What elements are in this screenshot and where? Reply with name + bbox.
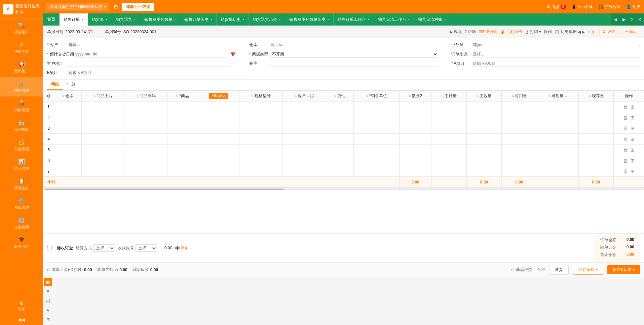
right-panel-grid-btn[interactable]: ▦ (44, 278, 52, 286)
delivery-date-input[interactable] (74, 51, 229, 57)
row-stock[interactable] (578, 123, 614, 134)
row-copy-btn[interactable]: ⊞ (630, 104, 635, 110)
row-stock[interactable] (578, 155, 614, 166)
tab-reconcile-close[interactable]: × (444, 18, 446, 22)
tab-sales-history-close[interactable]: × (242, 18, 244, 22)
row-available[interactable] (502, 166, 537, 177)
row-qty2[interactable] (400, 145, 431, 155)
customer-address-input[interactable] (67, 60, 231, 67)
col-product-code[interactable]: ⇅商品编码 (124, 91, 167, 101)
row-product-image[interactable] (81, 166, 124, 177)
row-stock[interactable] (578, 134, 614, 145)
customer-address-dots[interactable]: ··· (232, 62, 236, 66)
row-available2[interactable] (537, 145, 578, 155)
row-qty2[interactable] (400, 112, 431, 123)
row-copy-btn[interactable]: ⊞ (630, 136, 635, 143)
row-main-qty[interactable] (466, 112, 502, 123)
row-product-code[interactable] (124, 123, 167, 134)
payment-method-select[interactable]: 选择... (93, 244, 115, 252)
row-stock[interactable] (578, 101, 614, 112)
row-copy-btn[interactable]: ⊞ (630, 168, 635, 175)
row-main-unit[interactable] (431, 123, 466, 134)
row-spec[interactable] (239, 134, 282, 145)
tab-sales-return-close[interactable]: × (106, 18, 108, 22)
row-sales-unit[interactable] (353, 166, 399, 177)
row-qty2[interactable] (400, 155, 431, 166)
row-customer-code[interactable] (282, 155, 326, 166)
tab-order-history-close[interactable]: × (210, 18, 212, 22)
row-attribute[interactable] (326, 123, 354, 134)
tab-sales-history[interactable]: 销货单历史 × (217, 13, 249, 26)
settings-panel-btn[interactable]: ⚙ 设置 (599, 28, 618, 36)
row-available[interactable] (502, 123, 537, 134)
tab-cashflow-close[interactable]: × (408, 18, 410, 22)
row-available[interactable] (502, 155, 537, 166)
add-footer-btn[interactable]: ➕ 添加 (175, 245, 189, 251)
tab-order-history[interactable]: 销售订单历史 × (180, 13, 217, 26)
col-main-qty[interactable]: ⇅主数量 (466, 91, 502, 101)
notes-input[interactable] (269, 60, 438, 67)
row-copy-btn[interactable]: ⊞ (630, 125, 635, 132)
row-available2[interactable] (537, 101, 578, 112)
history-btn[interactable]: 📋 历史单据 ◀ ▶ (555, 29, 585, 35)
save-draft-button[interactable]: 保存草稿 ▾ (573, 265, 603, 275)
sidebar-item-marketing[interactable]: 📢营销推广 (0, 57, 43, 77)
row-product-image[interactable] (81, 112, 124, 123)
col-spec[interactable]: ⇅规格型号 (239, 91, 282, 101)
sidebar-item-quick-nav[interactable]: ⚡快捷导航 (0, 38, 43, 57)
row-delete-btn[interactable]: 🗑 (622, 168, 629, 175)
row-delete-btn[interactable]: 🗑 (622, 157, 629, 164)
sidebar-item-finance[interactable]: 💰资金管理 (0, 135, 43, 155)
system-name[interactable]: 装备及固定资产辅助管理系统 ▾ (46, 3, 109, 11)
row-main-unit[interactable] (431, 112, 466, 123)
tab-sales-refund[interactable]: 销货退货 × (112, 13, 140, 26)
col-scan[interactable]: 扫码录入 (198, 91, 239, 101)
sidebar-item-inventory[interactable]: 🏪库存核算 (0, 116, 43, 135)
row-main-unit[interactable] (431, 166, 466, 177)
row-qty2[interactable] (400, 123, 431, 134)
horizontal-scrollbar[interactable] (43, 188, 644, 190)
tab-reconcile[interactable]: 钱货日清对账 × (414, 13, 450, 26)
invoice-type-select[interactable]: 不开票 增值税普通发票 增值税专用发票 (269, 51, 438, 58)
row-customer-code[interactable] (282, 112, 326, 123)
solution-button[interactable]: 体验行业方案 (122, 3, 154, 11)
tab-home[interactable]: 首页 (43, 13, 60, 26)
tab-refund-history[interactable]: 销货退货历史 × (249, 13, 285, 26)
warehouse-dots[interactable]: ··· (434, 43, 438, 47)
nav-close-all[interactable]: ✕ (635, 13, 644, 26)
customer-input[interactable] (67, 42, 231, 48)
account-no-select[interactable]: 选择... (135, 244, 157, 252)
tab-summary[interactable]: 汇总 (63, 80, 79, 90)
topbar-settings-icon[interactable]: ⚙ (112, 2, 119, 11)
row-sales-unit[interactable] (353, 123, 399, 134)
row-delete-btn[interactable]: 🗑 (622, 125, 629, 132)
row-available[interactable] (502, 134, 537, 145)
sidebar-item-enterprise[interactable]: 🏢企业协同 (0, 213, 43, 233)
row-attribute[interactable] (326, 166, 354, 177)
sidebar-item-purchase[interactable]: 📦采购管理 (0, 96, 43, 116)
nav-more-btn[interactable]: ▽ (628, 13, 635, 26)
row-sales-unit[interactable] (353, 155, 399, 166)
col-stock[interactable]: ⇅现存量 (578, 91, 614, 101)
online-support-btn[interactable]: 🎧 在线客服 (598, 4, 621, 10)
sidebar-bottom-settings[interactable]: ⚙ 设置 (0, 298, 43, 314)
sidebar-item-basic-info[interactable]: 📋基础信息 (0, 174, 43, 194)
col-qty2[interactable]: ⇅数量2 (400, 91, 431, 101)
row-product[interactable] (167, 101, 198, 112)
row-customer-code[interactable] (282, 123, 326, 134)
sidebar-item-system[interactable]: ⚙️系统管理 (0, 194, 43, 213)
tab-sales-order[interactable]: 销售订单 × (60, 13, 88, 26)
row-warehouse[interactable] (54, 145, 82, 155)
row-copy-btn[interactable]: ⊞ (630, 114, 635, 121)
row-available2[interactable] (537, 166, 578, 177)
scrollbar-thumb[interactable] (44, 189, 284, 190)
row-main-qty[interactable] (466, 134, 502, 145)
b-project-input[interactable] (67, 70, 245, 76)
col-settings[interactable]: ⚙ (43, 91, 54, 101)
tab-cashflow[interactable]: 钱货日清工作台 × (374, 13, 414, 26)
row-available2[interactable] (537, 134, 578, 145)
row-product-image[interactable] (81, 123, 124, 134)
row-available2[interactable] (537, 155, 578, 166)
sidebar-item-guide[interactable]: 🎓新手引导 (0, 233, 43, 252)
list-view-btn[interactable]: ≡ (588, 30, 590, 34)
